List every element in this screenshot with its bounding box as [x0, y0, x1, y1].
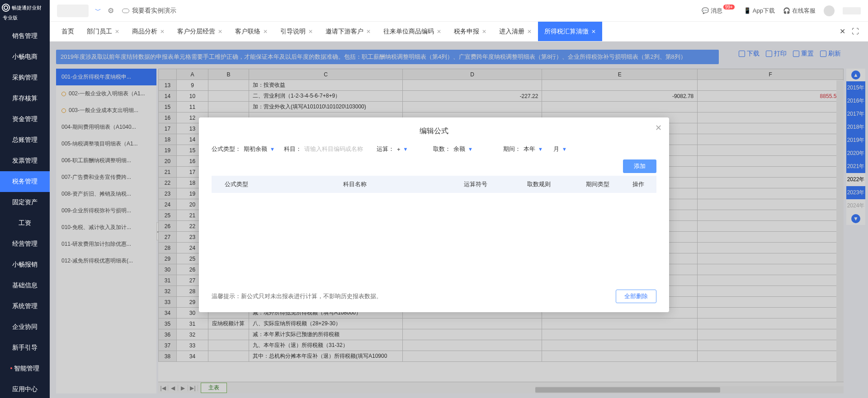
- tab-10[interactable]: 所得税汇算清缴✕: [538, 22, 602, 41]
- tab-1[interactable]: 部门员工✕: [80, 22, 126, 41]
- nav-item-3[interactable]: 库存核算: [0, 88, 50, 109]
- nav-item-15[interactable]: 新手引导: [0, 337, 50, 358]
- modal-title: 编辑公式: [212, 126, 656, 136]
- tab-bar: 首页部门员工✕商品分析✕客户分层经营✕客户联络✕引导说明✕邀请下游客户✕往来单位…: [50, 22, 868, 42]
- operator-select[interactable]: +▼: [397, 146, 424, 153]
- sidebar: 畅捷通好业财 专业版 销售管理小畅电商采购管理库存核算资金管理总账管理发票管理税…: [0, 0, 50, 398]
- tab-close-icon[interactable]: ✕: [527, 28, 532, 35]
- tab-close-icon[interactable]: ✕: [308, 28, 313, 35]
- org-selector[interactable]: [57, 5, 89, 17]
- chevron-down-icon: ▼: [403, 146, 408, 152]
- period-month-select[interactable]: 月▼: [553, 145, 580, 153]
- chevron-down-icon[interactable]: ﹀: [95, 7, 101, 15]
- add-button[interactable]: 添加: [623, 159, 656, 173]
- tab-0[interactable]: 首页: [55, 22, 80, 41]
- message-badge: 99+: [723, 5, 735, 9]
- nav-item-17[interactable]: 应用中心: [0, 379, 50, 398]
- tab-9[interactable]: 进入清册✕: [493, 22, 538, 41]
- tab-close-icon[interactable]: ✕: [366, 28, 371, 35]
- tab-close-icon[interactable]: ✕: [482, 28, 486, 35]
- formula-grid-header: 公式类型 科目名称 运算符号 取数规则 期间类型 操作: [212, 176, 656, 193]
- brand-name: 畅捷通好业财: [12, 5, 42, 10]
- subject-label: 科目：: [284, 145, 302, 153]
- topbar: ﹀ ⚙ 我要看实例演示 💬 消息 99+ 📱 App下载 🎧 在线客服: [50, 0, 868, 22]
- demo-link-label: 我要看实例演示: [132, 7, 176, 15]
- nav-item-1[interactable]: 小畅电商: [0, 47, 50, 67]
- nav-item-7[interactable]: 税务管理: [0, 171, 50, 192]
- nav-item-5[interactable]: 总账管理: [0, 130, 50, 150]
- tab-close-icon[interactable]: ✕: [591, 28, 596, 35]
- chevron-down-icon: ▼: [538, 146, 543, 152]
- message-button[interactable]: 💬 消息 99+: [702, 7, 736, 15]
- tab-close-icon[interactable]: ✕: [160, 28, 165, 35]
- chevron-down-icon: ▼: [562, 146, 567, 152]
- nav-item-11[interactable]: 小畅报销: [0, 254, 50, 275]
- tab-close-icon[interactable]: ✕: [263, 28, 268, 35]
- fetch-label: 取数：: [433, 145, 451, 153]
- settings-icon[interactable]: ⚙: [108, 6, 114, 15]
- formula-type-select[interactable]: 期初余额▼: [244, 145, 275, 153]
- period-label: 期间：: [503, 145, 521, 153]
- modal-close[interactable]: ✕: [655, 123, 662, 133]
- chevron-down-icon: ▼: [270, 146, 275, 152]
- tab-close-icon[interactable]: ✕: [437, 28, 441, 35]
- close-all-tabs[interactable]: ✕: [840, 27, 845, 36]
- subject-input[interactable]: 请输入科目编码或名称: [304, 145, 368, 153]
- support-button[interactable]: 🎧 在线客服: [783, 7, 816, 15]
- nav-item-9[interactable]: 工资: [0, 213, 50, 234]
- nav-item-4[interactable]: 资金管理: [0, 109, 50, 130]
- period-year-select[interactable]: 本年▼: [524, 145, 551, 153]
- tab-5[interactable]: 引导说明✕: [274, 22, 319, 41]
- avatar[interactable]: [824, 5, 835, 16]
- nav-item-14[interactable]: 企业协同: [0, 317, 50, 337]
- nav-item-0[interactable]: 销售管理: [0, 26, 50, 47]
- nav-item-6[interactable]: 发票管理: [0, 150, 50, 171]
- tab-3[interactable]: 客户分层经营✕: [171, 22, 229, 41]
- nav-item-12[interactable]: 基础信息: [0, 275, 50, 296]
- nav-item-16[interactable]: 智能管理: [0, 358, 50, 379]
- fullscreen-icon[interactable]: ⛶: [852, 28, 859, 36]
- cloud-icon: [122, 9, 129, 13]
- formula-type-label: 公式类型：: [212, 145, 241, 153]
- tab-close-icon[interactable]: ✕: [115, 28, 119, 35]
- operator-label: 运算：: [377, 145, 394, 153]
- nav-item-2[interactable]: 采购管理: [0, 67, 50, 88]
- clear-all-button[interactable]: 全部删除: [616, 290, 656, 303]
- nav-item-8[interactable]: 固定资产: [0, 192, 50, 213]
- chevron-down-icon: ▼: [468, 146, 473, 152]
- formula-grid-body: [212, 193, 656, 283]
- nav-item-13[interactable]: 系统管理: [0, 296, 50, 317]
- tab-7[interactable]: 往来单位商品编码✕: [377, 22, 448, 41]
- tab-2[interactable]: 商品分析✕: [126, 22, 171, 41]
- demo-link[interactable]: 我要看实例演示: [122, 7, 176, 15]
- logo-icon: [2, 4, 10, 12]
- headset-icon: 🎧: [783, 7, 790, 14]
- app-download-button[interactable]: 📱 App下载: [744, 7, 775, 15]
- fetch-select[interactable]: 余额▼: [453, 145, 494, 153]
- user-name[interactable]: [843, 7, 861, 14]
- tab-6[interactable]: 邀请下游客户✕: [319, 22, 377, 41]
- chat-icon: 💬: [702, 7, 709, 14]
- nav-item-10[interactable]: 经营管理: [0, 234, 50, 254]
- tab-8[interactable]: 税务申报✕: [448, 22, 493, 41]
- tab-close-icon[interactable]: ✕: [218, 28, 222, 35]
- brand-logo: 畅捷通好业财: [0, 0, 50, 15]
- phone-icon: 📱: [744, 7, 751, 14]
- modal-hint: 温馨提示：新公式只对未出报表进行计算，不影响历史报表数据。: [212, 292, 382, 300]
- tab-4[interactable]: 客户联络✕: [229, 22, 274, 41]
- brand-edition: 专业版: [0, 14, 50, 21]
- edit-formula-modal: ✕ 编辑公式 公式类型： 期初余额▼ 科目： 请输入科目编码或名称 运算： +▼…: [199, 117, 669, 312]
